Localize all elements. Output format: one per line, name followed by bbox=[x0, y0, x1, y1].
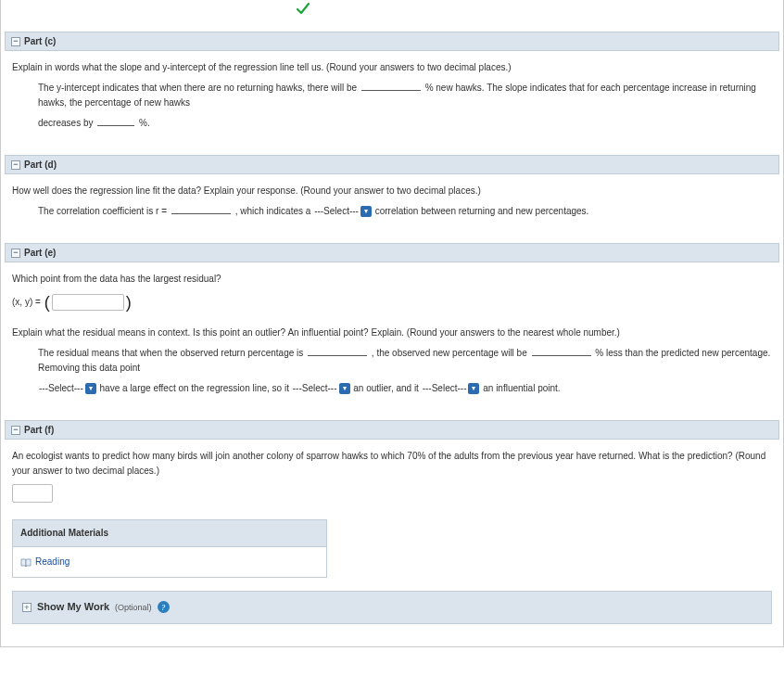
part-e-select-influential[interactable]: ---Select--- ▾ bbox=[422, 381, 481, 396]
chevron-down-icon: ▾ bbox=[85, 383, 96, 394]
xy-label: (x, y) = bbox=[12, 295, 41, 310]
previous-answer-check bbox=[5, 0, 779, 22]
collapse-icon[interactable]: − bbox=[11, 249, 20, 258]
select-placeholder: ---Select--- bbox=[293, 381, 337, 396]
expand-icon[interactable]: + bbox=[22, 603, 32, 612]
part-e-text-2b: an outlier, and it bbox=[353, 383, 419, 393]
additional-materials-title: Additional Materials bbox=[13, 520, 326, 547]
collapse-icon[interactable]: − bbox=[11, 426, 20, 435]
part-d-header[interactable]: − Part (d) bbox=[5, 155, 779, 174]
part-e-select-effect[interactable]: ---Select--- ▾ bbox=[38, 381, 97, 396]
part-e-text-2c: an influential point. bbox=[483, 383, 560, 393]
part-d-text-1a: The correlation coefficient is r = bbox=[38, 206, 167, 216]
part-d-text-1b: , which indicates a bbox=[235, 206, 311, 216]
check-icon bbox=[296, 2, 310, 17]
part-f-prompt: An ecologist wants to predict how many b… bbox=[12, 449, 772, 479]
part-e-title: Part (e) bbox=[24, 248, 56, 258]
part-c-body: Explain in words what the slope and y-in… bbox=[5, 51, 779, 146]
additional-materials: Additional Materials Reading bbox=[12, 519, 327, 578]
part-c-text-1a: The y-intercept indicates that when ther… bbox=[38, 83, 357, 93]
part-d-body: How well does the regression line fit th… bbox=[5, 174, 779, 234]
part-f-body: An ecologist wants to predict how many b… bbox=[5, 440, 779, 639]
part-e-select-outlier[interactable]: ---Select--- ▾ bbox=[292, 381, 351, 396]
part-f-title: Part (f) bbox=[24, 425, 54, 435]
part-c-prompt: Explain in words what the slope and y-in… bbox=[12, 60, 772, 75]
part-c-header[interactable]: − Part (c) bbox=[5, 32, 779, 51]
part-c-blank-2[interactable] bbox=[97, 116, 134, 126]
help-icon[interactable]: ? bbox=[158, 601, 170, 613]
part-e-blank-1[interactable] bbox=[308, 346, 367, 356]
part-e-blank-2[interactable] bbox=[532, 346, 591, 356]
part-f-input[interactable] bbox=[12, 484, 53, 503]
show-my-work-subtitle: (Optional) bbox=[115, 601, 152, 614]
part-d-blank-r[interactable] bbox=[171, 204, 231, 214]
part-e-prompt-2: Explain what the residual means in conte… bbox=[12, 326, 772, 340]
part-d-select-strength[interactable]: ---Select--- ▾ bbox=[313, 204, 373, 219]
show-my-work[interactable]: + Show My Work (Optional) ? bbox=[12, 591, 772, 624]
part-e-text-1b: , the observed new percentage will be bbox=[372, 348, 527, 358]
part-d-title: Part (d) bbox=[24, 160, 57, 170]
part-e-xy-input[interactable] bbox=[52, 294, 124, 311]
chevron-down-icon: ▾ bbox=[360, 206, 372, 217]
part-e-text-2a: have a large effect on the regression li… bbox=[100, 383, 289, 393]
close-paren: ) bbox=[126, 294, 132, 311]
part-e-body: Which point from the data has the larges… bbox=[5, 262, 779, 411]
select-placeholder: ---Select--- bbox=[314, 204, 359, 219]
part-c-blank-1[interactable] bbox=[361, 81, 421, 91]
part-e-text-1a: The residual means that when the observe… bbox=[38, 348, 303, 358]
collapse-icon[interactable]: − bbox=[11, 160, 20, 170]
part-e-header[interactable]: − Part (e) bbox=[5, 243, 779, 262]
collapse-icon[interactable]: − bbox=[11, 37, 20, 46]
reading-link[interactable]: Reading bbox=[35, 555, 70, 569]
part-c-text-2a: decreases by bbox=[38, 118, 93, 128]
select-placeholder: ---Select--- bbox=[423, 381, 467, 396]
part-d-text-1c: correlation between returning and new pe… bbox=[375, 206, 589, 216]
chevron-down-icon: ▾ bbox=[339, 383, 350, 394]
part-d-prompt: How well does the regression line fit th… bbox=[12, 184, 772, 198]
select-placeholder: ---Select--- bbox=[39, 381, 83, 396]
part-e-prompt-1: Which point from the data has the larges… bbox=[12, 272, 772, 287]
show-my-work-title: Show My Work bbox=[37, 599, 109, 616]
open-paren: ( bbox=[44, 294, 50, 311]
book-icon bbox=[20, 557, 32, 567]
part-c-title: Part (c) bbox=[24, 36, 56, 46]
part-f-header[interactable]: − Part (f) bbox=[5, 420, 779, 440]
chevron-down-icon: ▾ bbox=[468, 383, 479, 394]
part-c-text-2b: %. bbox=[139, 118, 150, 128]
